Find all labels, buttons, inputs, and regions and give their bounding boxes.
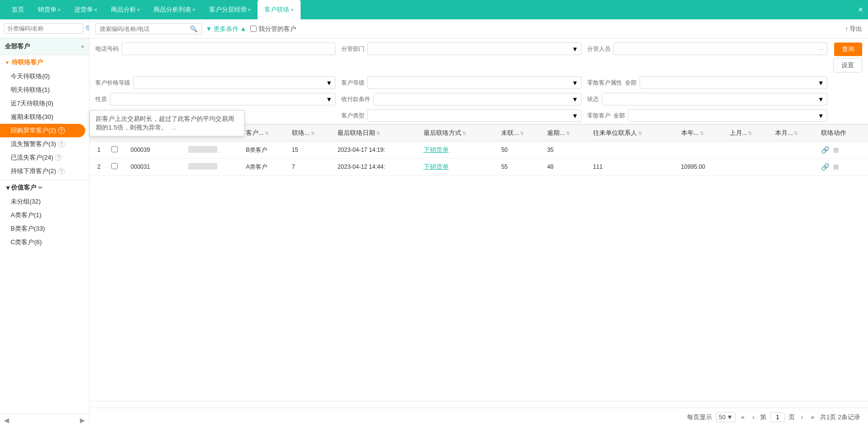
nav-analysis-list[interactable]: 商品分析列表 × <box>147 0 202 19</box>
sidebar-all-customers[interactable]: 全部客户 « <box>0 38 89 55</box>
chevron-down-icon-4: ▼ <box>818 79 824 87</box>
sidebar-item-repurchase-abnormal[interactable]: 回购异常客户(2) ? <box>0 124 85 137</box>
sidebar-nav-left[interactable]: ◀ <box>4 416 9 424</box>
col-this-year[interactable]: 本年...⇅ <box>678 125 727 142</box>
filter-phone-input[interactable] <box>122 43 335 55</box>
row-checkbox-2[interactable] <box>108 159 128 176</box>
nav-analysis[interactable]: 商品分析 × <box>104 0 147 19</box>
sort-icon-6: ⇅ <box>462 131 466 136</box>
col-contact-person[interactable]: 往来单位联系人⇅ <box>590 125 678 142</box>
nav-close-customer-contact[interactable]: × <box>290 7 293 13</box>
window-close[interactable]: × <box>858 5 863 15</box>
filter-dept: 分管部门 ▼ <box>341 43 581 55</box>
sidebar-group-value[interactable]: ▼ 价值客户 ✏ <box>0 180 89 195</box>
row-check-2[interactable] <box>111 163 118 169</box>
edit-icon[interactable]: ✏ <box>38 185 43 191</box>
filter-cust-type: 客户类型 ▼ <box>341 109 581 122</box>
filter-nature-select[interactable]: ▼ <box>110 93 335 105</box>
row-last-method-2[interactable]: 下销货单 <box>421 159 499 176</box>
help-icon: ? <box>58 127 65 134</box>
horizontal-scrollbar[interactable] <box>90 401 868 408</box>
row-checkbox-1[interactable] <box>108 142 128 159</box>
col-overdue[interactable]: 逾期...⇅ <box>544 125 590 142</box>
col-action: 联络动作 <box>818 125 868 142</box>
nav-purchase[interactable]: 进货单 × <box>67 0 104 19</box>
my-customer-check[interactable] <box>250 26 257 32</box>
nav-sales[interactable]: 销货单 × <box>31 0 67 19</box>
filter-status-select[interactable]: ▼ <box>602 93 827 105</box>
my-customer-checkbox[interactable]: 我分管的客户 <box>250 25 296 33</box>
more-filter-btn[interactable]: ▼ 更多条件 ▲ <box>206 25 246 33</box>
nav-close-purchase[interactable]: × <box>94 7 97 13</box>
query-button[interactable]: 查询 <box>834 43 862 56</box>
filter-search-icon[interactable]: 🔍 <box>190 25 198 32</box>
sidebar-item-declining[interactable]: 持续下滑客户(2) ? <box>0 164 89 178</box>
row-check-1[interactable] <box>111 146 118 152</box>
dots-icon[interactable]: ··· <box>819 45 824 53</box>
col-this-month[interactable]: 本月...⇅ <box>772 125 818 142</box>
sidebar-search-input[interactable] <box>4 23 83 34</box>
filter-phone: 电话号码 <box>95 43 335 55</box>
main-layout: 🔍 全部客户 « ▼ 待联络客户 今天待联络(0) 明天待联络(1) 近7天待联… <box>0 19 868 426</box>
sidebar-item-tomorrow[interactable]: 明天待联络(1) <box>0 83 89 97</box>
sidebar: 🔍 全部客户 « ▼ 待联络客户 今天待联络(0) 明天待联络(1) 近7天待联… <box>0 19 90 426</box>
set-button[interactable]: 设置 <box>833 58 862 73</box>
prev-page-btn[interactable]: ‹ <box>750 412 756 422</box>
filter-manager: 分管人员 ··· <box>587 43 827 55</box>
link-action-icon-2[interactable]: 🔗 <box>821 163 829 171</box>
filter-cust-type-label: 客户类型 <box>341 112 365 120</box>
col-last-month[interactable]: 上月...⇅ <box>727 125 773 142</box>
filter-retail-customer-select[interactable]: ▼ <box>628 109 827 122</box>
name-blur-2 <box>188 163 217 170</box>
nav-close-customer-layer[interactable]: × <box>248 7 251 13</box>
sidebar-item-class-b[interactable]: B类客户(33) <box>0 222 89 235</box>
sidebar-item-class-c[interactable]: C类客户(6) <box>0 235 89 249</box>
sidebar-item-churn-warning[interactable]: 流失预警客户(3) ? <box>0 137 89 151</box>
col-uncontacted[interactable]: 未联...⇅ <box>498 125 544 142</box>
sidebar-search-icon[interactable]: 🔍 <box>85 25 90 32</box>
sidebar-item-churned[interactable]: 已流失客户(24) ? <box>0 151 89 164</box>
sidebar-nav-right[interactable]: ▶ <box>80 416 85 424</box>
sidebar-item-overdue[interactable]: 逾期未联络(30) <box>0 110 89 124</box>
col-contact-count[interactable]: 联络...⇅ <box>289 125 335 142</box>
sidebar-collapse-icon[interactable]: « <box>81 43 84 50</box>
top-nav: 首页 销货单 × 进货单 × 商品分析 × 商品分析列表 × 客户分层经营 × … <box>0 0 868 19</box>
last-page-btn[interactable]: » <box>809 412 816 422</box>
nav-close-sales[interactable]: × <box>58 7 61 13</box>
row-last-method-1[interactable]: 下销货单 <box>421 142 499 159</box>
filter-dept-select[interactable]: ▼ <box>367 43 581 55</box>
filter-manager-select[interactable]: ··· <box>613 43 827 55</box>
grid-action-icon-1[interactable]: ⊞ <box>833 146 839 154</box>
nav-customer-layer[interactable]: 客户分层经营 × <box>202 0 258 19</box>
first-page-btn[interactable]: « <box>739 412 746 422</box>
per-page-select[interactable]: 50 ▼ <box>716 412 735 422</box>
page-input[interactable] <box>770 412 785 422</box>
grid-action-icon-2[interactable]: ⊞ <box>833 163 839 171</box>
help-icon-3: ? <box>55 154 62 161</box>
nav-close-analysis-list[interactable]: × <box>192 7 195 13</box>
link-action-icon-1[interactable]: 🔗 <box>821 146 829 154</box>
col-level[interactable]: 客户...⇅ <box>243 125 289 142</box>
col-last-method[interactable]: 最后联络方式⇅ <box>421 125 499 142</box>
filter-nature: 性质 ▼ <box>95 93 335 105</box>
filter-payment-select[interactable]: ▼ <box>373 93 581 105</box>
arrow-icon: ▼ <box>5 60 10 65</box>
sidebar-item-7days[interactable]: 近7天待联络(0) <box>0 97 89 110</box>
col-last-date[interactable]: 最后联络日期⇅ <box>335 125 420 142</box>
filter-price-level-select[interactable]: ▼ <box>133 76 335 89</box>
sidebar-item-ungrouped[interactable]: 未分组(32) <box>0 195 89 208</box>
nav-customer-contact[interactable]: 客户联络 × <box>258 0 300 19</box>
nav-close-analysis[interactable]: × <box>137 7 140 13</box>
nav-home[interactable]: 首页 <box>5 0 31 19</box>
export-btn[interactable]: ↑ 导出 <box>845 25 863 33</box>
sidebar-group-pending[interactable]: ▼ 待联络客户 <box>0 55 89 70</box>
help-icon-4: ? <box>58 168 65 175</box>
filter-search-input[interactable] <box>100 26 190 32</box>
sidebar-item-class-a[interactable]: A类客户(1) <box>0 208 89 222</box>
next-page-btn[interactable]: › <box>799 412 805 422</box>
row-uncontacted-1: 50 <box>498 142 544 159</box>
filter-cust-type-select[interactable]: ▼ <box>367 109 581 122</box>
sidebar-item-today[interactable]: 今天待联络(0) <box>0 70 89 83</box>
filter-retail-attr-select[interactable]: ▼ <box>640 76 827 89</box>
filter-cust-level-select[interactable]: ▼ <box>367 76 581 89</box>
